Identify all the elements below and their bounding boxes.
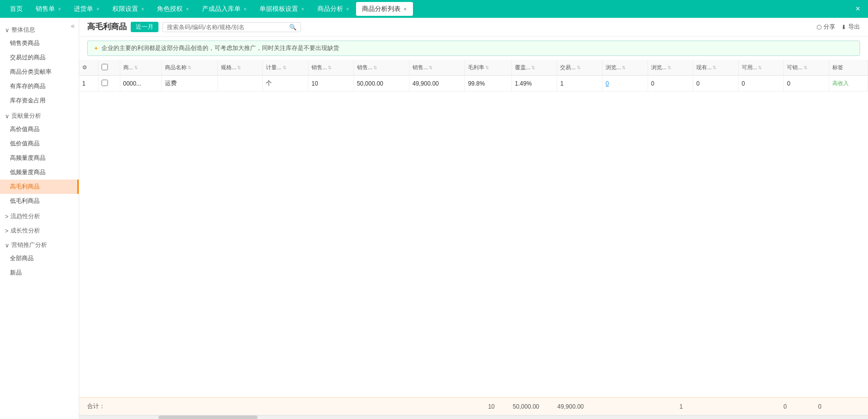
- footer-sales-cost: 49,900.00: [543, 403, 588, 410]
- sidebar-group-growth[interactable]: >成长性分析: [0, 223, 79, 237]
- search-input[interactable]: [167, 24, 287, 31]
- col-label-sales_qty: 销售...⇅: [311, 64, 351, 71]
- col-label-browse2: 浏览...⇅: [651, 64, 690, 71]
- arrow-icon: ∨: [5, 113, 9, 120]
- tag-label: 高收入: [832, 80, 849, 86]
- footer-available: 0: [791, 403, 825, 410]
- cell-spec: [217, 76, 263, 92]
- sidebar-group-trend[interactable]: >流趋性分析: [0, 208, 79, 223]
- sidebar-item-all-goods[interactable]: 全部商品: [0, 251, 79, 266]
- cell-sales_qty: 10: [308, 76, 354, 92]
- sidebar-item-in-stock[interactable]: 有库存的商品: [0, 79, 79, 93]
- nav-tab-analysis-list[interactable]: 商品分析列表×: [356, 2, 412, 16]
- col-header-current_stock[interactable]: 现有...⇅: [693, 60, 739, 76]
- col-header-sales_qty[interactable]: 销售...⇅: [308, 60, 354, 76]
- close-tab-analysis[interactable]: ×: [346, 6, 349, 12]
- nav-tab-purchase[interactable]: 进货单×: [68, 2, 105, 16]
- sidebar-item-capital-usage[interactable]: 库存资金占用: [0, 93, 79, 108]
- cell-link-browse1[interactable]: 0: [606, 80, 609, 87]
- cell-unit: 个: [263, 76, 308, 92]
- group-label: 营销推广分析: [11, 241, 47, 249]
- col-header-sales_amt[interactable]: 销售...⇅: [354, 60, 409, 76]
- nav-tab-template[interactable]: 单据模板设置×: [254, 2, 310, 16]
- sort-icon-browse1: ⇅: [622, 65, 626, 70]
- sidebar-item-traded-goods[interactable]: 交易过的商品: [0, 50, 79, 65]
- col-label-sellable: 可销...⇅: [787, 64, 826, 71]
- sidebar-item-low-freq[interactable]: 低频量度商品: [0, 165, 79, 180]
- nav-tab-sales[interactable]: 销售单×: [30, 2, 67, 16]
- close-tab-analysis-list[interactable]: ×: [404, 6, 407, 12]
- close-tab-products[interactable]: ×: [244, 6, 247, 12]
- close-tab-roles[interactable]: ×: [186, 6, 189, 12]
- export-button[interactable]: ⬇ 导出: [841, 23, 860, 31]
- cell-browse2: 0: [648, 76, 693, 92]
- table-row: 10000...运费个1050,000.0049,900.0099.8%1.49…: [79, 76, 868, 92]
- cell-available: 0: [738, 76, 784, 92]
- arrow-icon: ∨: [5, 242, 9, 249]
- sort-icon-coverage: ⇅: [531, 65, 535, 70]
- search-icon[interactable]: 🔍: [289, 24, 297, 31]
- col-header-unit[interactable]: 计量...⇅: [263, 60, 308, 76]
- sort-icon-transactions: ⇅: [577, 65, 581, 70]
- sidebar-group-marketing[interactable]: ∨营销推广分析: [0, 237, 79, 251]
- sort-icon-current_stock: ⇅: [713, 65, 716, 70]
- data-table: ⚙商...⇅商品名称⇅规格...⇅计量...⇅销售...⇅销售...⇅销售...…: [79, 60, 868, 92]
- sidebar-item-high-value[interactable]: 高价值商品: [0, 122, 79, 137]
- col-label-browse1: 浏览...⇅: [606, 64, 645, 71]
- col-header-browse2[interactable]: 浏览...⇅: [648, 60, 693, 76]
- close-tab-template[interactable]: ×: [301, 6, 304, 12]
- close-tab-permissions[interactable]: ×: [141, 6, 144, 12]
- sidebar-collapse-button[interactable]: «: [71, 22, 75, 30]
- sidebar-item-new-goods[interactable]: 新品: [0, 266, 79, 280]
- settings-icon[interactable]: ⚙: [82, 64, 87, 70]
- row-checkbox[interactable]: [102, 80, 108, 86]
- col-header-coverage[interactable]: 覆盖...⇅: [511, 60, 557, 76]
- sort-icon-browse2: ⇅: [667, 65, 671, 70]
- sidebar-group-overall[interactable]: ∨整体信息: [0, 22, 79, 36]
- sidebar-item-sales-goods[interactable]: 销售类商品: [0, 36, 79, 50]
- col-header-transactions[interactable]: 交易...⇅: [557, 60, 603, 76]
- close-window-button[interactable]: ×: [852, 4, 864, 13]
- sort-icon-code: ⇅: [134, 65, 138, 70]
- sidebar-item-low-value[interactable]: 低价值商品: [0, 137, 79, 151]
- footer-current-stock: 0: [756, 403, 791, 410]
- sidebar-item-high-freq[interactable]: 高频量度商品: [0, 151, 79, 165]
- cell-sales_amt: 50,000.00: [354, 76, 409, 92]
- sort-icon-sales_qty: ⇅: [328, 65, 332, 70]
- sort-icon-sales_cost: ⇅: [429, 65, 433, 70]
- col-header-code[interactable]: 商...⇅: [120, 60, 161, 76]
- nav-tab-home[interactable]: 首页: [4, 2, 29, 16]
- sidebar: « ∨整体信息销售类商品交易过的商品商品分类贡献率有库存的商品库存资金占用∨贡献…: [0, 18, 79, 419]
- sidebar-item-contribution-rate[interactable]: 商品分类贡献率: [0, 65, 79, 79]
- col-header-margin_rate[interactable]: 毛利率⇅: [465, 60, 512, 76]
- cell-name: 运费: [161, 76, 217, 92]
- sidebar-group-financial[interactable]: ∨贡献量分析: [0, 108, 79, 122]
- close-tab-sales[interactable]: ×: [58, 6, 61, 12]
- cell-checkbox: [98, 76, 120, 92]
- nav-tab-permissions[interactable]: 权限设置×: [106, 2, 150, 16]
- col-header-sales_cost[interactable]: 销售...⇅: [409, 60, 464, 76]
- col-header-name[interactable]: 商品名称⇅: [161, 60, 217, 76]
- share-button[interactable]: ⬡ 分享: [817, 23, 835, 31]
- nav-tab-roles[interactable]: 角色授权×: [151, 2, 195, 16]
- cell-current_stock: 0: [693, 76, 739, 92]
- select-all-checkbox[interactable]: [102, 64, 108, 70]
- col-header-sellable[interactable]: 可销...⇅: [784, 60, 829, 76]
- footer-sales-qty: 10: [469, 403, 499, 410]
- col-header-available[interactable]: 可用...⇅: [738, 60, 784, 76]
- nav-tab-analysis[interactable]: 商品分析×: [311, 2, 355, 16]
- col-label-transactions: 交易...⇅: [560, 64, 599, 71]
- period-button[interactable]: 近一月: [131, 22, 158, 32]
- col-label-coverage: 覆盖...⇅: [515, 64, 554, 71]
- col-label-tag: 标签: [832, 64, 865, 71]
- close-tab-purchase[interactable]: ×: [96, 6, 99, 12]
- sidebar-item-high-margin[interactable]: 高毛利商品: [0, 180, 79, 194]
- info-banner: ✦ 企业的主要的利润都是这部分商品创造的，可考虑加大推广，同时关注库存是不要出现…: [87, 41, 860, 56]
- horizontal-scrollbar[interactable]: [79, 415, 868, 419]
- nav-tab-products[interactable]: 产成品入库单×: [196, 2, 253, 16]
- col-header-spec[interactable]: 规格...⇅: [217, 60, 263, 76]
- col-header-browse1[interactable]: 浏览...⇅: [603, 60, 648, 76]
- page-title: 高毛利商品: [87, 22, 127, 32]
- content-header: 高毛利商品 近一月 🔍 ⬡ 分享 ⬇ 导出: [79, 18, 868, 37]
- sidebar-item-low-margin[interactable]: 低毛利商品: [0, 194, 79, 208]
